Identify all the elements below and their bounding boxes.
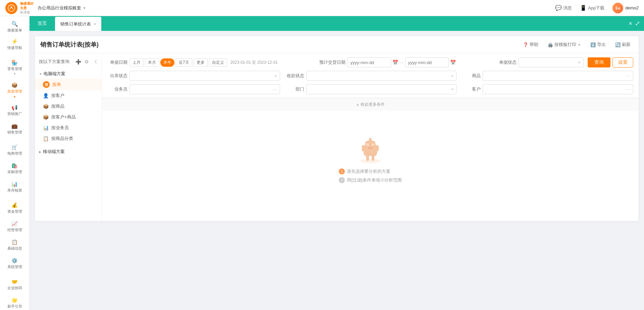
date-filter-group: 单据日期 上月 本月 本年 近7天 更多 自定义 — [107, 58, 278, 67]
retail-icon: 🏪 — [11, 60, 18, 66]
scheme-item-by-cust-prod-icon: 📦 — [43, 114, 49, 120]
sidebar-item-newbie[interactable]: 🌟 新手引导 — [0, 294, 29, 310]
svg-rect-10 — [376, 145, 379, 151]
tab-current[interactable]: 销售订单统计表 × — [55, 17, 101, 32]
dept-label: 部门 — [284, 86, 304, 92]
empty-tip-2: 2 用[过滤]条件来缩小分析范围 — [339, 177, 401, 183]
date-btn-this-year[interactable]: 本年 — [160, 58, 174, 67]
tab-close-icon[interactable]: × — [94, 22, 96, 26]
pc-section-label: 电脑端方案 — [44, 71, 65, 77]
wholesale-icon: 📦 — [11, 82, 18, 88]
expected-date-start[interactable] — [347, 57, 391, 67]
phone-icon: 📱 — [580, 5, 587, 11]
print-label: 按模板打印 — [554, 42, 576, 48]
expected-date-end-icon: 📅 — [450, 60, 456, 65]
payment-status-select[interactable] — [306, 71, 457, 81]
date-btn-more[interactable]: 更多 — [194, 58, 208, 67]
scheme-item-by-customer-label: 按客户 — [51, 93, 64, 99]
dept-select-wrap: ▼ — [306, 84, 457, 94]
product-select[interactable] — [483, 71, 633, 81]
export-btn[interactable]: ⬇️ 导出 — [588, 40, 608, 49]
sidebar-newbie-label: 新手引导 — [7, 304, 22, 309]
scheme-item-by-product[interactable]: 📦 按商品 — [35, 101, 102, 112]
svg-rect-9 — [362, 145, 364, 151]
dept-select[interactable] — [306, 84, 457, 94]
tab-expand-btn[interactable]: ⤢ — [635, 20, 640, 27]
customer-dots-icon[interactable]: ··· — [626, 87, 631, 92]
tab-home[interactable]: 首页 — [30, 16, 55, 31]
scheme-item-by-cust-prod[interactable]: 📦 按客户+商品 — [35, 112, 102, 122]
sidebar-item-basic[interactable]: 📋 基础信息 — [0, 236, 29, 254]
scheme-section-header-mobile[interactable]: ▶ 移动端方案 — [35, 147, 102, 157]
sidebar-purchase-label: 采购管理 — [7, 169, 22, 174]
customer-select[interactable] — [483, 84, 633, 94]
sidebar-item-marketing[interactable]: 📢 营销推广 — [0, 101, 29, 120]
sidebar-item-system[interactable]: ⚙️ 系统管理 — [0, 254, 29, 273]
print-btn[interactable]: 🖨️ 按模板打印 ▼ — [545, 40, 584, 49]
customer-select-wrap: ··· — [483, 84, 633, 94]
refresh-btn[interactable]: 🔄 刷新 — [612, 40, 633, 49]
sidebar-item-operation[interactable]: 📈 经营管理 — [0, 217, 29, 236]
scheme-item-by-product-icon: 📦 — [43, 104, 49, 109]
scheme-item-by-prod-cat[interactable]: 📋 按商品分类 — [35, 133, 102, 144]
system-icon: ⚙️ — [11, 258, 18, 264]
setting-btn[interactable]: 设置 — [612, 57, 633, 67]
product-dots-icon[interactable]: ··· — [626, 73, 631, 79]
delivery-status-group: 出库状态 ▼ — [107, 71, 280, 81]
scheme-section-header-pc[interactable]: ▼ 电脑端方案 — [35, 69, 102, 79]
user-name: demo2 — [625, 5, 639, 10]
sidebar-item-wholesale[interactable]: 📦 批发管理 ▲ — [0, 79, 29, 101]
scheme-add-btn[interactable]: ➕ — [75, 59, 82, 65]
date-btn-custom[interactable]: 自定义 — [209, 58, 227, 67]
delivery-status-select[interactable] — [129, 71, 280, 81]
collapse-bar[interactable]: ∧ 收起更多条件 — [102, 98, 639, 111]
avatar: Ea — [612, 3, 623, 13]
tab-close-btn[interactable]: × — [629, 20, 632, 27]
page-title: 销售订单统计表(按单) — [40, 41, 99, 49]
sidebar-basic-label: 基础信息 — [7, 246, 22, 251]
industry-selector[interactable]: 办公用品行业模拟账套 ▼ — [35, 4, 555, 12]
message-icon: 💬 — [555, 5, 562, 11]
payment-status-group: 收款状态 ▼ — [284, 71, 457, 81]
query-btn[interactable]: 查询 — [588, 57, 610, 67]
expected-date-end[interactable] — [405, 57, 449, 67]
query-buttons: 查询 设置 — [588, 57, 633, 67]
sidebar-item-finance[interactable]: 💰 资金管理 — [0, 199, 29, 217]
date-btn-this-month[interactable]: 本月 — [145, 58, 159, 67]
app-download-btn[interactable]: 📱 App下载 — [580, 5, 604, 11]
date-btn-7days[interactable]: 近7天 — [176, 58, 192, 67]
sidebar-corp-label: 企业协同 — [7, 286, 22, 291]
sidebar-stock-label: 库存核算 — [7, 188, 22, 193]
retail-arrow: ▼ — [13, 72, 16, 75]
scheme-collapse-btn[interactable]: 《 — [92, 59, 98, 65]
staff-dots-icon[interactable]: ··· — [272, 87, 277, 92]
svg-point-1 — [11, 6, 12, 8]
sidebar-shortcut-label: 快捷导航 — [7, 45, 22, 50]
scheme-item-by-customer[interactable]: 👤 按客户 — [35, 90, 102, 101]
scheme-settings-btn[interactable]: ⚙ — [84, 59, 90, 65]
sidebar-item-retail[interactable]: 🏪 零售管理 ▼ — [0, 56, 29, 79]
sidebar-item-ecom[interactable]: 🛒 电商管理 — [0, 141, 29, 159]
scheme-item-by-staff[interactable]: 📊 按业务员 — [35, 122, 102, 133]
help-btn[interactable]: ❓ 帮助 — [520, 40, 541, 49]
scheme-item-by-order[interactable]: 按 按单 — [35, 79, 102, 90]
top-bar: 畅捷通好生意 标准版 办公用品行业模拟账套 ▼ 💬 消息 📱 App下载 Ea … — [0, 0, 644, 16]
sidebar-item-shortcut[interactable]: ⚡ 快捷导航 — [0, 35, 29, 54]
order-status-select[interactable] — [519, 57, 584, 67]
staff-select[interactable] — [129, 84, 280, 94]
refresh-label: 刷新 — [622, 42, 631, 48]
product-select-wrap: ··· — [483, 71, 633, 81]
user-menu[interactable]: Ea demo2 — [612, 3, 639, 13]
sidebar-operation-label: 经营管理 — [7, 227, 22, 232]
sidebar-item-stock[interactable]: 📊 库存核算 — [0, 178, 29, 196]
sidebar-item-corp[interactable]: 🤝 企业协同 — [0, 275, 29, 294]
sidebar-finance-label: 资金管理 — [7, 209, 22, 214]
date-btn-last-month[interactable]: 上月 — [129, 58, 144, 67]
sidebar-item-search[interactable]: 🔍 搜索菜单 — [0, 19, 29, 35]
scheme-pc-section: ▼ 电脑端方案 按 按单 👤 按客户 — [35, 67, 102, 145]
filter-area: 单据日期 上月 本月 本年 近7天 更多 自定义 — [102, 53, 639, 98]
message-btn[interactable]: 💬 消息 — [555, 5, 572, 11]
sidebar-item-sales[interactable]: 💼 销售管理 — [0, 120, 29, 138]
sidebar-retail-label: 零售管理 — [7, 66, 22, 71]
sidebar-item-purchase[interactable]: 🛍️ 采购管理 — [0, 159, 29, 178]
